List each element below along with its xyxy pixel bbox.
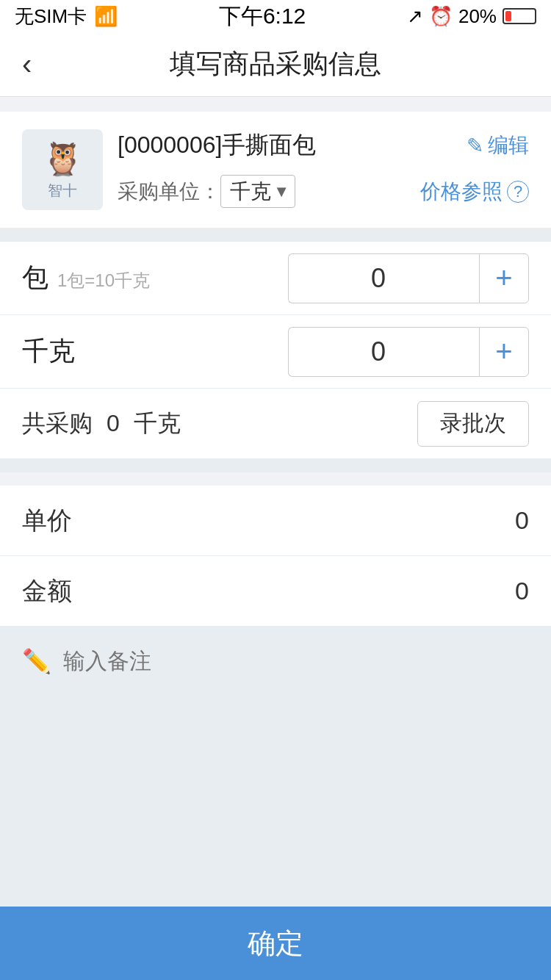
status-left: 无SIM卡 📶 bbox=[15, 4, 118, 29]
kg-label-main: 千克 bbox=[22, 334, 75, 370]
divider-band bbox=[0, 228, 551, 242]
status-right: ↗ ⏰ 20% bbox=[407, 5, 536, 28]
battery-icon bbox=[503, 8, 536, 24]
price-ref-label: 价格参照 bbox=[420, 178, 503, 206]
price-section: 单价 0 金额 0 bbox=[0, 486, 551, 627]
product-card: 🦉 智十 [0000006]手撕面包 ✎ 编辑 采购单位： 千克 ▼ 价格参照 bbox=[0, 112, 551, 228]
product-owl-icon: 🦉 bbox=[43, 140, 83, 178]
bag-input-right: + bbox=[288, 253, 529, 303]
amount-row: 金额 0 bbox=[0, 556, 551, 627]
unit-price-value: 0 bbox=[515, 506, 529, 535]
bag-input-row: 包 1包=10千克 + bbox=[0, 242, 551, 315]
price-ref-icon: ? bbox=[507, 181, 529, 203]
page-title: 填写商品采购信息 bbox=[170, 46, 381, 82]
unit-price-label: 单价 bbox=[22, 504, 72, 538]
edit-icon: ✎ bbox=[467, 134, 483, 158]
battery-percent: 20% bbox=[458, 5, 497, 28]
bag-plus-button[interactable]: + bbox=[479, 253, 529, 303]
edit-label: 编辑 bbox=[488, 131, 529, 159]
unit-select-wrapper[interactable]: 千克 ▼ bbox=[220, 175, 295, 208]
location-icon: ↗ bbox=[407, 5, 423, 28]
battery-body bbox=[503, 8, 536, 24]
input-section: 包 1包=10千克 + 千克 + bbox=[0, 242, 551, 389]
summary-unit: 千克 bbox=[134, 410, 181, 436]
kg-label: 千克 bbox=[22, 334, 75, 370]
product-logo-text: 智十 bbox=[48, 181, 77, 201]
summary-row: 共采购 0 千克 录批次 bbox=[0, 389, 551, 459]
unit-price-row: 单价 0 bbox=[0, 486, 551, 556]
summary-text: 共采购 0 千克 bbox=[22, 408, 181, 440]
batch-button[interactable]: 录批次 bbox=[417, 401, 529, 447]
kg-quantity-input[interactable] bbox=[288, 327, 479, 377]
remark-section: ✏️ bbox=[0, 627, 551, 696]
unit-label: 采购单位： bbox=[118, 178, 220, 206]
kg-input-right: + bbox=[288, 327, 529, 377]
summary-prefix: 共采购 bbox=[22, 410, 93, 436]
remark-input[interactable] bbox=[63, 649, 529, 674]
bag-label: 包 1包=10千克 bbox=[22, 260, 150, 296]
product-edit-button[interactable]: ✎ 编辑 bbox=[467, 131, 529, 159]
bag-sublabel: 1包=10千克 bbox=[57, 269, 150, 292]
status-bar: 无SIM卡 📶 下午6:12 ↗ ⏰ 20% bbox=[0, 0, 551, 32]
unit-select[interactable]: 千克 bbox=[220, 175, 295, 208]
summary-amount: 0 bbox=[107, 410, 120, 436]
carrier-label: 无SIM卡 bbox=[15, 4, 87, 29]
alarm-icon: ⏰ bbox=[429, 5, 453, 28]
amount-label: 金额 bbox=[22, 574, 72, 608]
kg-input-row: 千克 + bbox=[0, 315, 551, 389]
bag-quantity-input[interactable] bbox=[288, 253, 479, 303]
product-info: [0000006]手撕面包 ✎ 编辑 采购单位： 千克 ▼ 价格参照 ? bbox=[118, 129, 529, 208]
back-button[interactable]: ‹ bbox=[22, 48, 32, 81]
product-name: [0000006]手撕面包 bbox=[118, 129, 316, 162]
bag-label-main: 包 bbox=[22, 260, 48, 296]
status-time: 下午6:12 bbox=[219, 1, 306, 32]
confirm-label: 确定 bbox=[248, 925, 303, 962]
product-logo: 🦉 智十 bbox=[22, 129, 103, 210]
wifi-icon: 📶 bbox=[94, 5, 118, 28]
confirm-button[interactable]: 确定 bbox=[0, 907, 551, 980]
product-name-row: [0000006]手撕面包 ✎ 编辑 bbox=[118, 129, 529, 162]
nav-bar: ‹ 填写商品采购信息 bbox=[0, 32, 551, 97]
product-unit-row: 采购单位： 千克 ▼ 价格参照 ? bbox=[118, 175, 529, 208]
price-ref-button[interactable]: 价格参照 ? bbox=[420, 178, 529, 206]
pencil-icon: ✏️ bbox=[22, 647, 51, 675]
amount-value: 0 bbox=[515, 577, 529, 605]
kg-plus-button[interactable]: + bbox=[479, 327, 529, 377]
battery-fill bbox=[505, 11, 511, 21]
divider-band-2 bbox=[0, 459, 551, 472]
